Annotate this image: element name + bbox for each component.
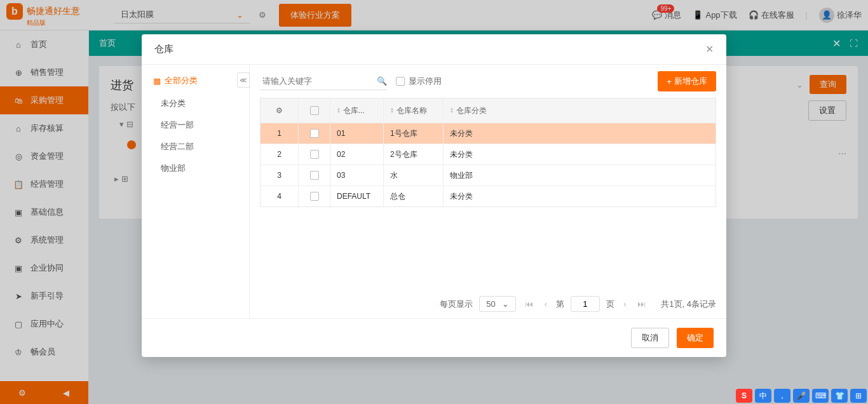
modal-title: 仓库 xyxy=(154,43,173,55)
cell-code: 03 xyxy=(330,165,384,185)
checkbox-icon xyxy=(396,77,405,86)
ime-punct-icon[interactable]: ， xyxy=(774,389,790,403)
page-prefix: 第 xyxy=(556,299,564,310)
cell-checkbox[interactable] xyxy=(299,165,330,185)
cell-code: 02 xyxy=(330,144,384,165)
cell-code: DEFAULT xyxy=(330,186,384,206)
cell-category: 未分类 xyxy=(444,144,715,165)
ime-grid-icon[interactable]: ⊞ xyxy=(850,389,867,403)
last-page-icon[interactable]: ⏭ xyxy=(635,299,648,309)
next-page-icon[interactable]: › xyxy=(621,299,628,309)
search-input[interactable] xyxy=(260,72,377,90)
ime-sogou-icon[interactable]: S xyxy=(736,389,752,403)
ime-lang-icon[interactable]: 中 xyxy=(755,389,771,403)
page-size-value: 50 xyxy=(486,299,495,309)
first-page-icon[interactable]: ⏮ xyxy=(522,299,536,309)
tree-node-dept2[interactable]: 经营二部 xyxy=(142,136,249,158)
ime-mic-icon[interactable]: 🎤 xyxy=(793,389,810,403)
add-warehouse-button[interactable]: + 新增仓库 xyxy=(658,71,716,91)
th-name[interactable]: ▲▼仓库名称 xyxy=(384,98,444,123)
plus-icon: + xyxy=(667,77,672,86)
cell-category: 未分类 xyxy=(444,186,715,206)
cell-checkbox[interactable] xyxy=(299,123,330,144)
page-size-select[interactable]: 50 ⌄ xyxy=(479,296,515,312)
table-row[interactable]: 4 DEFAULT 总仓 未分类 xyxy=(261,185,715,206)
ime-skin-icon[interactable]: 👕 xyxy=(831,389,848,403)
search-box: 🔍 xyxy=(260,72,387,90)
page-summary: 共1页, 4条记录 xyxy=(661,299,716,310)
cell-category: 物业部 xyxy=(444,165,715,185)
cell-name: 2号仓库 xyxy=(384,144,444,165)
cell-category: 未分类 xyxy=(444,123,715,144)
th-select-all[interactable] xyxy=(299,98,330,123)
cell-index: 1 xyxy=(261,123,299,144)
table-header: ⚙ ▲▼仓库... ▲▼仓库名称 ▲▼仓库分类 xyxy=(261,98,715,123)
th-code[interactable]: ▲▼仓库... xyxy=(330,98,384,123)
tree-node-dept1[interactable]: 经营一部 xyxy=(142,114,249,136)
cell-checkbox[interactable] xyxy=(299,144,330,165)
modal-header: 仓库 ✕ xyxy=(142,34,726,64)
gear-icon: ⚙ xyxy=(276,106,283,115)
show-disabled-label: 显示停用 xyxy=(409,76,442,87)
modal-footer: 取消 确定 xyxy=(142,318,726,357)
cell-name: 水 xyxy=(384,165,444,185)
search-icon[interactable]: 🔍 xyxy=(377,76,387,86)
cell-index: 3 xyxy=(261,165,299,185)
collapse-tree-icon[interactable]: ≪ xyxy=(237,72,250,88)
tree-all-categories[interactable]: ▦ 全部分类 xyxy=(142,72,249,93)
show-disabled-checkbox[interactable]: 显示停用 xyxy=(396,76,442,87)
confirm-button[interactable]: 确定 xyxy=(677,328,714,348)
cell-name: 1号仓库 xyxy=(384,123,444,144)
tree-node-property[interactable]: 物业部 xyxy=(142,158,249,179)
pagination: 每页显示 50 ⌄ ⏮ ‹ 第 页 › ⏭ 共1页, 4条记录 xyxy=(260,288,716,312)
cell-checkbox[interactable] xyxy=(299,186,330,206)
chevron-down-icon: ⌄ xyxy=(502,299,509,309)
category-tree: ≪ ▦ 全部分类 未分类 经营一部 经营二部 物业部 xyxy=(142,65,250,318)
cell-index: 4 xyxy=(261,186,299,206)
table-row[interactable]: 2 02 2号仓库 未分类 xyxy=(261,144,715,165)
close-icon[interactable]: ✕ xyxy=(705,43,714,55)
table-row[interactable]: 3 03 水 物业部 xyxy=(261,165,715,185)
table-panel: 🔍 显示停用 + 新增仓库 ⚙ ▲▼ xyxy=(250,65,726,318)
table-row[interactable]: 1 01 1号仓库 未分类 xyxy=(261,123,715,144)
warehouse-table: ⚙ ▲▼仓库... ▲▼仓库名称 ▲▼仓库分类 1 01 1号仓库 未分类 xyxy=(260,98,716,207)
tree-all-label: 全部分类 xyxy=(165,75,198,86)
cancel-button[interactable]: 取消 xyxy=(631,328,669,348)
ime-keyboard-icon[interactable]: ⌨ xyxy=(812,389,829,403)
cell-index: 2 xyxy=(261,144,299,165)
add-label: 新增仓库 xyxy=(674,76,707,87)
per-page-label: 每页显示 xyxy=(440,299,473,310)
tree-node-uncategorized[interactable]: 未分类 xyxy=(142,93,249,114)
grid-icon: ▦ xyxy=(153,76,161,86)
warehouse-modal: 仓库 ✕ ≪ ▦ 全部分类 未分类 经营一部 经营二部 物业部 🔍 xyxy=(142,34,726,357)
th-category[interactable]: ▲▼仓库分类 xyxy=(444,98,715,123)
page-input[interactable] xyxy=(571,296,600,312)
cell-name: 总仓 xyxy=(384,186,444,206)
modal-overlay: 仓库 ✕ ≪ ▦ 全部分类 未分类 经营一部 经营二部 物业部 🔍 xyxy=(0,0,868,404)
th-settings[interactable]: ⚙ xyxy=(261,98,299,123)
prev-page-icon[interactable]: ‹ xyxy=(542,299,550,309)
table-toolbar: 🔍 显示停用 + 新增仓库 xyxy=(260,71,716,91)
ime-bar: S 中 ， 🎤 ⌨ 👕 ⊞ xyxy=(736,389,867,403)
page-suffix: 页 xyxy=(606,299,614,310)
cell-code: 01 xyxy=(330,123,384,144)
